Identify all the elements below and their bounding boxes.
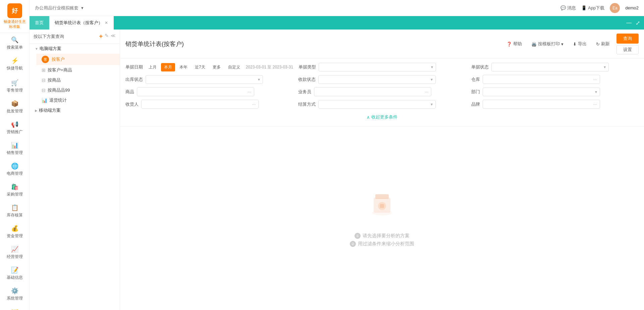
tab-close-icon[interactable]: ✕ bbox=[105, 20, 108, 25]
type-select[interactable]: ▾ bbox=[319, 63, 436, 71]
industry-title: 办公用品行业模拟账套 bbox=[35, 5, 78, 11]
left-panel-header: 按以下方案查询 + ✎ ≪ bbox=[30, 30, 120, 44]
status-chevron: ▾ bbox=[604, 65, 606, 69]
brand-select[interactable]: ··· bbox=[483, 100, 600, 109]
date-label: 单据日期 bbox=[125, 64, 143, 70]
goods-select[interactable]: ··· bbox=[137, 87, 254, 96]
sidebar-item-wholesale[interactable]: 📦 批发管理 bbox=[0, 97, 29, 117]
out-chevron: ▾ bbox=[258, 77, 260, 82]
tab-minimize-icon[interactable]: — bbox=[625, 18, 633, 27]
message-icon: 💬 bbox=[560, 5, 566, 10]
date-btn-last-month[interactable]: 上月 bbox=[146, 63, 160, 71]
sidebar-item-purchase[interactable]: 🛍️ 采购管理 bbox=[0, 180, 29, 201]
date-btn-this-month[interactable]: 本月 bbox=[161, 63, 175, 71]
warehouse-dots[interactable]: ··· bbox=[593, 77, 597, 82]
sidebar-item-ecommerce[interactable]: 🌐 电商管理 bbox=[0, 159, 29, 180]
sidebar-item-enterprise[interactable]: 🤝 企业协同 bbox=[0, 305, 29, 310]
sidebar-item-search-menu[interactable]: 🔍 搜索菜单 bbox=[0, 33, 29, 54]
filter-warehouse: 仓库 ··· bbox=[471, 75, 639, 84]
sidebar-item-marketing[interactable]: 📢 营销推广 bbox=[0, 117, 29, 138]
left-panel: 按以下方案查询 + ✎ ≪ ▼ 电脑端方案 客 按客户 ⊞ 按客户 bbox=[30, 30, 120, 310]
sidebar-item-basics[interactable]: 📝 基础信息 bbox=[0, 263, 29, 284]
hint-1: ① 请先选择要分析的方案 bbox=[355, 233, 410, 239]
svg-rect-4 bbox=[380, 204, 384, 208]
left-panel-title: 按以下方案查询 bbox=[34, 34, 96, 40]
top-header: 办公用品行业模拟账套 ▾ 💬 消息 📱 App下载 Ea demo2 bbox=[30, 0, 644, 16]
tree-item-by-customer-goods[interactable]: ⊞ 按客户+商品 bbox=[36, 65, 120, 75]
active-indicator: 客 bbox=[42, 56, 49, 63]
sidebar-item-sales[interactable]: 📊 销售管理 bbox=[0, 138, 29, 159]
collect-status-select[interactable]: ▾ bbox=[318, 75, 436, 84]
brand-label: 品牌 bbox=[471, 101, 480, 107]
tree-section-mobile[interactable]: ▶ 移动端方案 bbox=[30, 105, 120, 115]
left-panel-actions: + ✎ ≪ bbox=[99, 33, 116, 40]
industry-dropdown-icon[interactable]: ▾ bbox=[81, 5, 84, 10]
system-icon: ⚙️ bbox=[11, 287, 18, 295]
receiver-select[interactable]: ··· bbox=[141, 100, 259, 109]
sidebar-item-finance[interactable]: 💰 资金管理 bbox=[0, 221, 29, 242]
refresh-btn[interactable]: ↻ 刷新 bbox=[593, 40, 612, 48]
status-select[interactable]: ▾ bbox=[491, 63, 609, 71]
edit-scheme-icon[interactable]: ✎ bbox=[105, 33, 109, 40]
filter-settle: 结算方式 ▾ bbox=[298, 100, 466, 109]
user-avatar[interactable]: Ea bbox=[610, 3, 620, 13]
collapse-more-btn[interactable]: ∧ 收起更多条件 bbox=[125, 112, 639, 122]
tree-section-desktop[interactable]: ▼ 电脑端方案 bbox=[30, 44, 120, 54]
sidebar-item-quick-nav[interactable]: ⚡ 快捷导航 bbox=[0, 54, 29, 74]
tab-maximize-icon[interactable]: ⤢ bbox=[634, 18, 641, 28]
collapse-panel-icon[interactable]: ≪ bbox=[111, 33, 116, 40]
receiver-dots[interactable]: ··· bbox=[252, 102, 256, 107]
out-status-label: 出库状态 bbox=[125, 76, 143, 83]
settings-button[interactable]: 设置 bbox=[616, 45, 639, 54]
help-btn[interactable]: ❓ 帮助 bbox=[504, 40, 525, 48]
sidebar-item-inventory[interactable]: 📋 库存核算 bbox=[0, 201, 29, 221]
date-btn-7days[interactable]: 近7天 bbox=[192, 63, 208, 71]
print-btn[interactable]: 🖨️ 按模板打印 ▾ bbox=[529, 40, 566, 48]
dept-select[interactable]: ▾ bbox=[483, 88, 600, 96]
goods-dots[interactable]: ··· bbox=[248, 89, 251, 94]
type-chevron: ▾ bbox=[431, 65, 433, 69]
date-btn-custom[interactable]: 自定义 bbox=[225, 63, 243, 71]
date-btn-this-year[interactable]: 本年 bbox=[176, 63, 191, 71]
tree-arrow-desktop: ▼ bbox=[35, 47, 38, 51]
sidebar-item-system[interactable]: ⚙️ 系统管理 bbox=[0, 284, 29, 305]
filter-dept: 部门 ▾ bbox=[471, 88, 639, 96]
out-status-select[interactable]: ▾ bbox=[146, 75, 263, 84]
sidebar-item-operations[interactable]: 📈 经营管理 bbox=[0, 242, 29, 263]
filter-date: 单据日期 上月 本月 本年 近7天 更多 自定义 2023-03-01 至 20… bbox=[125, 63, 293, 71]
basics-icon: 📝 bbox=[11, 266, 18, 274]
brand-dots[interactable]: ··· bbox=[593, 102, 597, 107]
filter-receiver: 收货人 ··· bbox=[125, 100, 293, 109]
operations-icon: 📈 bbox=[11, 246, 18, 253]
warehouse-select[interactable]: ··· bbox=[483, 75, 600, 84]
app-download-btn[interactable]: 📱 App下载 bbox=[581, 5, 604, 11]
tree-item-by-customer[interactable]: 客 按客户 bbox=[36, 54, 120, 65]
tree-arrow-mobile: ▶ bbox=[35, 109, 38, 112]
filter-collect-status: 收款状态 ▾ bbox=[298, 75, 466, 84]
dept-label: 部门 bbox=[471, 89, 480, 95]
tree-item-by-goods[interactable]: ⊟ 按商品 bbox=[36, 75, 120, 85]
settle-select[interactable]: ▾ bbox=[318, 100, 436, 109]
query-button[interactable]: 查询 bbox=[616, 34, 639, 44]
enterprise-icon: 🤝 bbox=[11, 308, 18, 310]
salesperson-dots[interactable]: ··· bbox=[425, 89, 428, 94]
add-scheme-btn[interactable]: + bbox=[99, 33, 103, 40]
tab-home[interactable]: 首页 bbox=[30, 16, 49, 30]
tree-item-by-goods-99[interactable]: ⊟ 按商品品99 bbox=[36, 85, 120, 95]
tree-item-return[interactable]: 📊 退货统计 bbox=[36, 95, 120, 105]
wholesale-icon: 📦 bbox=[11, 100, 18, 107]
message-btn[interactable]: 💬 消息 bbox=[560, 5, 576, 11]
right-action-group: 查询 设置 bbox=[616, 34, 639, 54]
filter-goods: 商品 ··· bbox=[125, 87, 293, 96]
tab-bar-actions: — ⤢ bbox=[625, 18, 644, 28]
tab-report[interactable]: 销货单统计表（按客户） ✕ bbox=[49, 16, 114, 30]
filter-out-status: 出库状态 ▾ bbox=[125, 75, 293, 84]
export-btn[interactable]: ⬇ 导出 bbox=[570, 40, 589, 48]
filter-type: 单据类型 ▾ bbox=[299, 63, 466, 71]
sidebar-item-retail[interactable]: 🛒 零售管理 bbox=[0, 76, 29, 97]
salesperson-select[interactable]: ··· bbox=[314, 87, 431, 96]
dept-chevron: ▾ bbox=[595, 90, 597, 94]
date-btn-more[interactable]: 更多 bbox=[210, 63, 224, 71]
print-dropdown-icon[interactable]: ▾ bbox=[561, 42, 564, 47]
help-icon: ❓ bbox=[506, 42, 512, 47]
